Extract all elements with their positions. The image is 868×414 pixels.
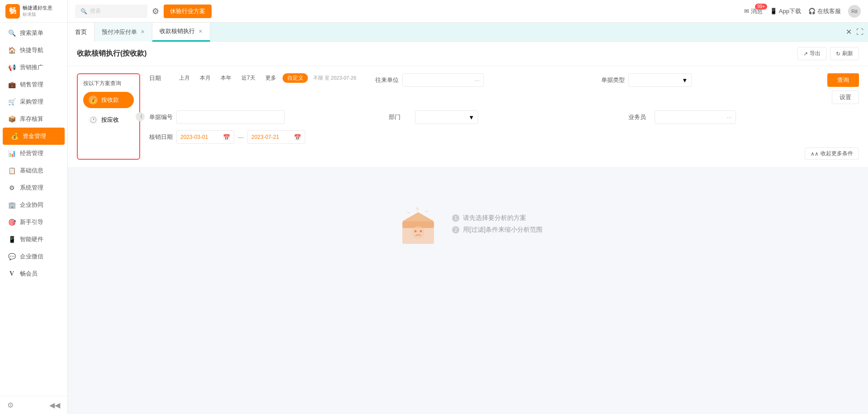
hardware-icon: 📱 [7, 236, 16, 243]
industry-btn[interactable]: 休验行业方案 [164, 5, 212, 18]
settings-bottom-icon[interactable]: ⚙ [7, 401, 14, 409]
user-item[interactable]: Rit [848, 5, 861, 18]
member-icon: V [7, 270, 16, 277]
filter-panel-title: 按以下方案查询 [83, 80, 134, 87]
department-label: 部门 [389, 113, 411, 121]
tab-home[interactable]: 首页 [68, 23, 94, 42]
refresh-btn[interactable]: ↻ 刷新 [830, 47, 859, 60]
topbar-search-box: 🔍 搜索 [75, 5, 147, 18]
sidebar-item-search[interactable]: 🔍 搜索菜单 [0, 24, 67, 42]
collapse-sidebar-icon[interactable]: ◀◀ [49, 401, 60, 409]
tab-prepay-close[interactable]: ✕ [141, 29, 145, 35]
sidebar-item-marketing[interactable]: 📢 营销推广 [0, 59, 67, 76]
app-download-item[interactable]: 📱 App下载 [770, 7, 801, 15]
doc-number-input[interactable] [180, 114, 281, 120]
filter-field-verification-date: 核销日期 2023-03-01 📅 — 2023-07-21 📅 [149, 130, 859, 144]
doc-type-select-wrapper[interactable]: ▼ [628, 73, 692, 87]
building-icon: 🏢 [7, 201, 16, 209]
date-start-box[interactable]: 2023-03-01 📅 [176, 130, 234, 144]
svg-text:~: ~ [425, 208, 428, 214]
sidebar-item-system[interactable]: ⚙ 系统管理 [0, 179, 67, 196]
tab-close-all-icon[interactable]: ✕ [846, 28, 852, 36]
export-btn[interactable]: ↗ 导出 [797, 47, 826, 60]
counterparty-ellipsis-btn[interactable]: ··· [474, 76, 480, 84]
sidebar-item-wechat[interactable]: 💬 企业微信 [0, 248, 67, 265]
calendar-start-icon[interactable]: 📅 [223, 134, 230, 141]
salesperson-label: 业务员 [628, 113, 651, 121]
department-select[interactable]: ▼ [415, 110, 478, 124]
sidebar-item-operation[interactable]: 📊 经营管理 [0, 145, 67, 162]
topbar-gear-icon[interactable]: ⚙ [152, 6, 159, 16]
logo-text: 畅捷通好生意 [23, 5, 52, 11]
customer-service-item[interactable]: 🎧 在线客服 [808, 7, 841, 15]
empty-state: ~ ~ ? 1 请先选择要分析的方案 2 用[过滤]条件来缩小分析范围 [68, 167, 868, 285]
filter-left-panel: 按以下方案查询 💰 按收款 🕐 按应收 《 [77, 73, 140, 160]
salesperson-input[interactable] [659, 114, 726, 120]
page-header-actions: ↗ 导出 ↻ 刷新 [797, 47, 859, 66]
empty-step-1: 1 [452, 214, 459, 222]
gear-icon: ⚙ [7, 184, 16, 191]
guide-icon: 🎯 [7, 219, 16, 226]
tab-expand-icon[interactable]: ⛶ [856, 28, 863, 36]
filter-option-receivable[interactable]: 🕐 按应收 [83, 112, 134, 128]
salesperson-ellipsis-btn[interactable]: ··· [726, 114, 732, 121]
sidebar-item-inventory[interactable]: 📦 库存核算 [0, 110, 67, 128]
empty-illustration: ~ ~ ? [393, 203, 439, 248]
briefcase-icon: 💼 [7, 81, 16, 88]
calendar-end-icon[interactable]: 📅 [294, 134, 301, 141]
date-start-input[interactable]: 2023-03-01 [180, 134, 221, 140]
svg-point-4 [415, 230, 417, 233]
verification-date-label: 核销日期 [149, 133, 173, 141]
date-btn-more[interactable]: 更多 [262, 73, 280, 83]
home-icon: 🏠 [7, 47, 16, 54]
filter-right-panel: 日期 上月 本月 本年 近7天 更多 自定义 [149, 73, 859, 160]
date-btn-7days[interactable]: 近7天 [238, 73, 259, 83]
collection-icon: 💰 [89, 95, 98, 105]
logo-icon: 畅 [5, 4, 20, 19]
sidebar-item-sales[interactable]: 💼 销售管理 [0, 76, 67, 93]
query-btn[interactable]: 查询 [827, 73, 859, 87]
tab-prepay[interactable]: 预付冲应付单 ✕ [94, 23, 152, 42]
filter-field-department: 部门 ▼ [389, 110, 619, 124]
empty-step-2: 2 [452, 226, 459, 233]
select-chevron-icon: ▼ [682, 77, 688, 84]
app-download-icon: 📱 [770, 8, 777, 14]
sidebar-item-basic-info[interactable]: 📋 基础信息 [0, 162, 67, 179]
date-shortcuts: 上月 本月 本年 近7天 更多 自定义 不限 至 2023-07 [175, 73, 356, 83]
date-end-box[interactable]: 2023-07-21 📅 [247, 130, 305, 144]
sidebar-item-member[interactable]: V 畅会员 [0, 265, 67, 282]
tab-collection-close[interactable]: ✕ [198, 29, 203, 34]
counterparty-input-wrapper: ··· [402, 73, 484, 87]
counterparty-input[interactable] [406, 77, 474, 83]
date-btn-custom[interactable]: 自定义 [283, 73, 308, 83]
page-header: 收款核销执行(按收款) ↗ 导出 ↻ 刷新 [68, 42, 868, 66]
settings-btn[interactable]: 设置 [832, 90, 859, 104]
date-btn-this-month[interactable]: 本月 [196, 73, 214, 83]
avatar: Rit [848, 5, 861, 18]
collapse-more-btn[interactable]: ∧∧ 收起更多条件 [805, 148, 859, 160]
tab-collection[interactable]: 收款核销执行 ✕ [152, 23, 210, 42]
sidebar-item-enterprise[interactable]: 🏢 企业协同 [0, 196, 67, 214]
sidebar-item-quick-nav[interactable]: 🏠 快捷导航 [0, 42, 67, 59]
date-label: 日期 [149, 74, 172, 82]
doc-number-input-wrapper [176, 110, 285, 124]
date-btn-this-year[interactable]: 本年 [217, 73, 235, 83]
clipboard-icon: 📋 [7, 167, 16, 174]
date-separator: — [238, 134, 244, 141]
page-title: 收款核销执行(按收款) [77, 49, 147, 64]
sidebar-item-finance[interactable]: 💰 资金管理 [3, 128, 65, 145]
sidebar-item-guide[interactable]: 🎯 新手引导 [0, 214, 67, 231]
filter-area: 按以下方案查询 💰 按收款 🕐 按应收 《 [68, 66, 868, 167]
box-icon: 📦 [7, 115, 16, 123]
filter-option-collection[interactable]: 💰 按收款 [83, 92, 134, 108]
date-end-input[interactable]: 2023-07-21 [251, 134, 292, 140]
filter-collapse-btn[interactable]: 《 [136, 112, 145, 121]
money-icon: 💰 [10, 133, 19, 140]
topbar-left: 🔍 搜索 ⚙ 休验行业方案 [75, 5, 212, 18]
message-item[interactable]: ✉ 消息 99+ [744, 7, 763, 15]
sidebar-item-hardware[interactable]: 📱 智能硬件 [0, 231, 67, 248]
filter-field-counterparty: 往来单位 ··· [375, 73, 484, 87]
tabbar-right-icons: ✕ ⛶ [846, 28, 868, 36]
date-btn-last-month[interactable]: 上月 [175, 73, 193, 83]
sidebar-item-purchase[interactable]: 🛒 采购管理 [0, 93, 67, 110]
